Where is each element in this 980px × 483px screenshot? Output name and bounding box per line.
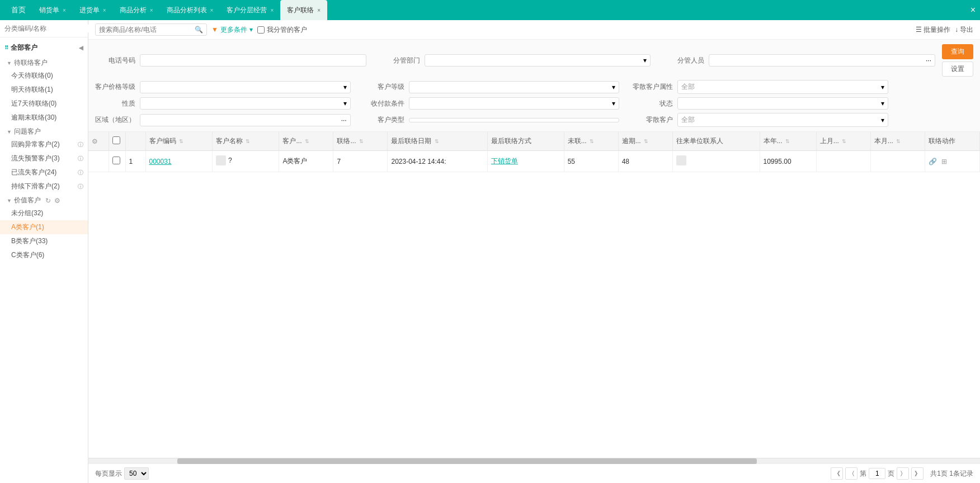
filter-sparse-attr: 零散客户属性 全部 ▾ [633,80,888,94]
table-gear-icon[interactable]: ⚙ [92,138,98,145]
more-filter-btn[interactable]: ▼ 更多条件 ▾ [211,25,253,35]
value-settings-icon[interactable]: ⚙ [54,197,60,205]
last-date-sort-icon[interactable]: ⇅ [435,139,439,144]
batch-icon: ☰ [916,26,922,34]
contact-sort-icon[interactable]: ⇅ [359,139,364,144]
unit-contact-avatar [676,155,686,165]
problem-arrow: ▼ [7,129,12,135]
my-customer-checkbox[interactable] [257,26,265,34]
status-select[interactable]: ▾ [677,97,888,110]
customer-table: ⚙ 客户编码 ⇅ 客户名称 ⇅ [88,132,980,172]
overdue-sort-icon[interactable]: ⇅ [644,139,648,144]
close-product-list-tab[interactable]: × [210,7,214,13]
scrollbar-thumb[interactable] [177,458,757,464]
sidebar-item-overdue[interactable]: 逾期未联络(30) [0,111,88,125]
close-all-tabs[interactable]: × [970,5,976,15]
sidebar-item-ungrouped[interactable]: 未分组(32) [0,206,88,220]
name-sort-icon[interactable]: ⇅ [246,139,250,144]
table-row: 1 000031 ? A类客户 7 2023-04-12 14:44: [88,151,980,172]
last-method-link[interactable]: 下销货单 [491,157,518,165]
nav-purchase[interactable]: 进货单 × [73,0,113,20]
sidebar-item-today[interactable]: 今天待联络(0) [0,69,88,83]
nav-customer-segment[interactable]: 客户分层经营 × [220,0,280,20]
sidebar-item-7days[interactable]: 近7天待联络(0) [0,97,88,111]
close-purchase-tab[interactable]: × [103,7,106,13]
sidebar-item-churn-warn[interactable]: 流失预警客户(3) ⓘ [0,151,88,165]
sparse-cust-select[interactable]: 全部 ▾ [677,113,888,127]
close-customer-contact-tab[interactable]: × [317,7,321,13]
prev-page-btn[interactable]: 〈 [845,467,858,480]
sparse-attr-select[interactable]: 全部 ▾ [677,80,888,94]
col-action: 联络动作 [925,132,979,151]
sidebar-item-abnormal[interactable]: 回购异常客户(2) ⓘ [0,138,88,151]
cust-type-label: 客户类型 [364,115,409,125]
customer-grade-label: 客户等级 [364,82,409,92]
nav-home[interactable]: 首页 [4,0,32,20]
row-name-cell: ? [212,151,279,172]
query-button[interactable]: 查询 [942,44,973,59]
sidebar-item-c-class[interactable]: C类客户(6) [0,248,88,262]
price-grade-select[interactable]: ▾ [140,81,351,93]
next-page-btn[interactable]: 〉 [897,467,909,480]
row-checkbox[interactable] [112,157,120,164]
this-year-sort-icon[interactable]: ⇅ [785,139,790,144]
per-page-select[interactable]: 50 [124,467,149,480]
info-abnormal-icon: ⓘ [78,141,83,149]
my-customer-check[interactable]: 我分管的客户 [257,25,307,35]
sidebar-search-input[interactable] [4,25,88,32]
batch-op-btn[interactable]: ☰ 批量操作 [916,25,950,35]
sidebar-collapse-btn[interactable]: ◀ [79,45,83,51]
close-product-analysis-tab[interactable]: × [150,7,153,13]
sidebar-item-b-class[interactable]: B类客户(33) [0,234,88,248]
this-month-sort-icon[interactable]: ⇅ [896,139,901,144]
close-customer-segment-tab[interactable]: × [270,7,274,13]
page-input[interactable] [869,468,885,479]
sidebar-section-pending[interactable]: ▼ 待联络客户 [0,56,88,69]
payment-select[interactable]: ▾ [409,97,620,110]
dept-label: 分管部门 [380,56,425,65]
nav-product-analysis[interactable]: 商品分析 × [113,0,160,20]
action-grid-icon[interactable]: ⊞ [941,158,947,165]
last-page-btn[interactable]: 》 [911,467,924,480]
row-last-method-cell: 下销货单 [488,151,564,172]
page-suffix: 页 [888,469,894,479]
sidebar-section-value[interactable]: ▼ 价值客户 ↻ ⚙ [0,193,88,206]
settings-button[interactable]: 设置 [942,61,973,77]
search-icon[interactable]: 🔍 [195,26,203,34]
value-refresh-icon[interactable]: ↻ [45,197,51,205]
customer-avatar [216,155,226,165]
code-sort-icon[interactable]: ⇅ [179,139,183,144]
region-select[interactable]: ··· [140,114,351,126]
nature-select[interactable]: ▾ [140,97,351,110]
search-input[interactable] [99,26,195,34]
dept-select[interactable]: ▾ [425,54,651,67]
cust-type-select[interactable] [409,118,620,122]
horizontal-scrollbar[interactable] [88,458,980,463]
per-page-label: 每页显示 [95,469,122,479]
select-all-checkbox[interactable] [112,136,120,144]
close-sales-tab[interactable]: × [63,7,66,13]
nav-customer-contact[interactable]: 客户联络 × [280,0,327,20]
action-link-icon[interactable]: 🔗 [929,158,937,165]
last-month-sort-icon[interactable]: ⇅ [842,139,846,144]
export-btn[interactable]: ↓ 导出 [955,25,973,35]
sidebar-item-tomorrow[interactable]: 明天待联络(1) [0,83,88,97]
sidebar-item-a-class[interactable]: A类客户(1) [0,220,88,234]
phone-input[interactable] [140,54,366,67]
sidebar-item-churned[interactable]: 已流失客户(24) ⓘ [0,165,88,179]
table-container: ⚙ 客户编码 ⇅ 客户名称 ⇅ [88,132,980,458]
first-page-btn[interactable]: 《 [831,467,843,480]
pending-arrow: ▼ [7,60,12,66]
nav-sales[interactable]: 销货单 × [32,0,73,20]
nav-product-list[interactable]: 商品分析列表 × [160,0,220,20]
col-no-contact-label: 未联... [568,137,587,145]
sidebar-item-declining[interactable]: 持续下滑客户(2) ⓘ [0,179,88,193]
manager-select[interactable]: ··· [709,54,935,67]
col-name: 客户名称 ⇅ [212,132,279,151]
row-code-cell[interactable]: 000031 [145,151,212,172]
customer-grade-select[interactable]: ▾ [409,81,620,93]
sidebar-section-problem[interactable]: ▼ 问题客户 [0,125,88,138]
no-contact-sort-icon[interactable]: ⇅ [590,139,594,144]
type-sort-icon[interactable]: ⇅ [305,139,309,144]
row-overdue-cell: 48 [618,151,672,172]
